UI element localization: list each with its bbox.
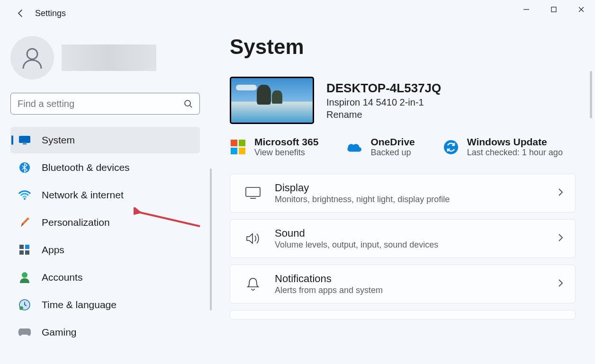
sidebar-item-label: Personalization xyxy=(42,217,110,228)
chevron-right-icon xyxy=(557,278,564,290)
back-button[interactable] xyxy=(11,4,30,23)
svg-rect-20 xyxy=(239,148,245,154)
status-title: Microsoft 365 xyxy=(254,136,318,148)
desktop-thumbnail[interactable] xyxy=(230,77,314,124)
card-sound[interactable]: Sound Volume levels, output, input, soun… xyxy=(230,219,576,258)
avatar xyxy=(10,36,54,80)
card-partial[interactable] xyxy=(230,310,576,320)
cloud-icon xyxy=(346,139,363,156)
rename-link[interactable]: Rename xyxy=(326,109,441,120)
titlebar: Settings xyxy=(0,0,595,27)
card-title: Sound xyxy=(275,227,557,240)
settings-window: Settings xyxy=(0,0,595,364)
status-subtitle: Last checked: 1 hour ago xyxy=(467,148,563,158)
window-controls xyxy=(513,0,595,19)
status-onedrive[interactable]: OneDrive Backed up xyxy=(346,136,415,158)
chevron-right-icon xyxy=(557,187,564,199)
display-icon xyxy=(243,184,262,203)
sidebar-item-personalization[interactable]: Personalization xyxy=(10,209,200,236)
profile-block[interactable] xyxy=(10,36,207,80)
minimize-button[interactable] xyxy=(513,0,540,19)
svg-point-2 xyxy=(27,49,37,59)
svg-rect-11 xyxy=(19,250,24,255)
svg-point-3 xyxy=(185,100,190,106)
svg-rect-10 xyxy=(25,245,29,249)
wifi-icon xyxy=(18,190,31,200)
sidebar: System Bluetooth & devices Network & int… xyxy=(0,27,216,364)
sidebar-item-network[interactable]: Network & internet xyxy=(10,182,200,208)
search-icon xyxy=(183,99,193,108)
status-title: Windows Update xyxy=(467,136,563,148)
svg-point-13 xyxy=(22,272,27,278)
apps-icon xyxy=(18,245,31,255)
sidebar-item-accounts[interactable]: Accounts xyxy=(10,264,200,291)
close-button[interactable] xyxy=(568,0,595,19)
status-update[interactable]: Windows Update Last checked: 1 hour ago xyxy=(442,136,563,158)
back-arrow-icon xyxy=(16,9,26,18)
main-content: System DESKTOP-4L537JQ Inspiron 14 5410 … xyxy=(216,27,595,364)
status-row: Microsoft 365 View benefits OneDrive Bac… xyxy=(230,136,578,158)
svg-rect-19 xyxy=(231,148,237,154)
sync-icon xyxy=(442,139,460,156)
microsoft-icon xyxy=(230,139,247,156)
sidebar-item-label: Time & language xyxy=(42,299,117,311)
card-title: Display xyxy=(275,182,557,194)
status-m365[interactable]: Microsoft 365 View benefits xyxy=(230,136,318,158)
sidebar-item-label: Accounts xyxy=(42,272,82,283)
card-subtitle: Alerts from apps and system xyxy=(275,285,557,295)
sidebar-item-bluetooth[interactable]: Bluetooth & devices xyxy=(10,154,200,181)
svg-rect-22 xyxy=(246,187,260,196)
bell-icon xyxy=(243,275,262,293)
sidebar-nav: System Bluetooth & devices Network & int… xyxy=(10,127,207,346)
gamepad-icon xyxy=(18,328,31,337)
monitor-icon xyxy=(18,135,31,145)
device-model: Inspiron 14 5410 2-in-1 xyxy=(326,97,441,108)
sidebar-item-label: Network & internet xyxy=(42,189,124,201)
svg-rect-1 xyxy=(551,7,556,12)
maximize-button[interactable] xyxy=(540,0,568,19)
sidebar-scrollbar[interactable] xyxy=(210,169,212,311)
window-title: Settings xyxy=(35,9,66,18)
clock-icon xyxy=(18,299,31,311)
sidebar-item-time[interactable]: Time & language xyxy=(10,292,200,318)
sound-icon xyxy=(243,229,262,248)
device-name: DESKTOP-4L537JQ xyxy=(326,81,441,96)
card-display[interactable]: Display Monitors, brightness, night ligh… xyxy=(230,174,576,213)
svg-rect-12 xyxy=(25,250,29,255)
app-body: System Bluetooth & devices Network & int… xyxy=(0,27,595,364)
profile-name-redacted xyxy=(62,44,156,71)
svg-line-4 xyxy=(190,106,192,107)
svg-rect-17 xyxy=(231,140,237,146)
chevron-right-icon xyxy=(557,233,564,244)
svg-rect-6 xyxy=(23,143,27,144)
person-icon xyxy=(19,45,45,71)
settings-cards: Display Monitors, brightness, night ligh… xyxy=(230,174,578,320)
maximize-icon xyxy=(550,6,557,13)
person-icon xyxy=(18,272,31,283)
card-subtitle: Monitors, brightness, night light, displ… xyxy=(275,195,557,204)
paintbrush-icon xyxy=(18,217,31,228)
status-title: OneDrive xyxy=(370,136,415,148)
main-scrollbar[interactable] xyxy=(590,71,592,118)
search-input[interactable] xyxy=(18,98,183,109)
sidebar-item-label: Apps xyxy=(42,244,64,256)
device-info: DESKTOP-4L537JQ Inspiron 14 5410 2-in-1 … xyxy=(326,81,441,120)
search-box[interactable] xyxy=(10,93,200,115)
page-title: System xyxy=(230,35,578,59)
status-subtitle: Backed up xyxy=(370,148,415,158)
sidebar-item-label: System xyxy=(42,134,75,146)
card-notifications[interactable]: Notifications Alerts from apps and syste… xyxy=(230,265,576,303)
svg-rect-5 xyxy=(19,136,30,143)
svg-rect-9 xyxy=(19,245,24,249)
svg-point-8 xyxy=(24,198,26,200)
device-summary: DESKTOP-4L537JQ Inspiron 14 5410 2-in-1 … xyxy=(230,77,578,124)
svg-rect-18 xyxy=(239,140,245,146)
card-subtitle: Volume levels, output, input, sound devi… xyxy=(275,240,557,250)
sidebar-item-system[interactable]: System xyxy=(10,127,200,153)
card-title: Notifications xyxy=(275,273,557,285)
status-subtitle: View benefits xyxy=(254,148,318,158)
minimize-icon xyxy=(523,6,530,13)
sidebar-item-apps[interactable]: Apps xyxy=(10,237,200,263)
svg-point-21 xyxy=(444,140,458,154)
sidebar-item-gaming[interactable]: Gaming xyxy=(10,319,200,346)
